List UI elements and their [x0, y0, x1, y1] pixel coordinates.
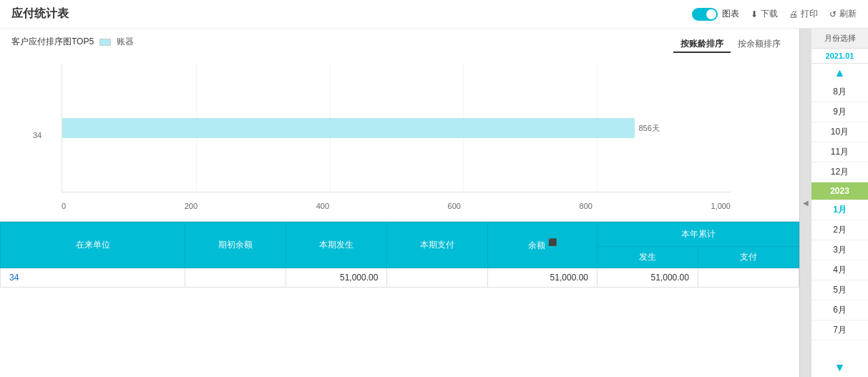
th-unit: 在来单位 [1, 222, 185, 268]
year-label-2023[interactable]: 2023 [811, 182, 868, 200]
month-item-4[interactable]: 4月 [811, 260, 868, 280]
month-item-9[interactable]: 9月 [811, 102, 868, 122]
month-item-2[interactable]: 2月 [811, 220, 868, 240]
month-item-3[interactable]: 3月 [811, 240, 868, 260]
month-sidebar: 月份选择 2021.01 ▲ 8月 9月 10月 11月 12月 2023 1月… [811, 29, 868, 377]
chart-sort-buttons: 按账龄排序 按余额排序 [673, 36, 788, 53]
sidebar-down-btn[interactable]: ▼ [811, 358, 868, 377]
month-item-7[interactable]: 7月 [811, 320, 868, 341]
sort-by-amount-btn[interactable]: 按余额排序 [731, 36, 788, 53]
th-ytd-occur: 发生 [598, 247, 698, 268]
print-label: 打印 [801, 8, 818, 20]
page-title: 应付统计表 [11, 6, 69, 21]
collapse-icon: ◀ [801, 199, 809, 207]
cell-ytd-pay [698, 268, 799, 288]
bar-fill [62, 118, 635, 138]
refresh-button[interactable]: ↺ 刷新 [829, 8, 857, 20]
legend-box [99, 39, 111, 46]
chart-header: 客户应付排序图TOP5 账器 按账龄排序 按余额排序 [11, 36, 788, 54]
unit-link[interactable]: 34 [9, 273, 19, 283]
month-item-11[interactable]: 11月 [811, 142, 868, 162]
header-actions: 图表 ⬇ 下载 🖨 打印 ↺ 刷新 [692, 8, 857, 21]
table-header-row-1: 在来单位 期初余额 本期发生 本期支付 余额 ⬛ 本年累计 [1, 222, 799, 247]
chart-toggle-container: 图表 [692, 8, 739, 21]
data-table: 在来单位 期初余额 本期发生 本期支付 余额 ⬛ 本年累计 发生 [0, 221, 799, 377]
refresh-label: 刷新 [839, 8, 857, 20]
y-label: 34 [33, 131, 42, 139]
sidebar-current-value: 2021.01 [811, 49, 868, 64]
down-arrow-icon: ▼ [834, 361, 846, 374]
chart-section: 客户应付排序图TOP5 账器 按账龄排序 按余额排序 34 [0, 29, 799, 221]
th-opening: 期初余额 [185, 222, 286, 268]
print-icon: 🖨 [789, 9, 798, 19]
month-item-8[interactable]: 8月 [811, 82, 868, 102]
chart-legend-title: 客户应付排序图TOP5 [11, 36, 94, 48]
sort-by-balance-btn[interactable]: 按账龄排序 [673, 36, 731, 53]
month-item-10[interactable]: 10月 [811, 122, 868, 142]
th-current-occur: 本期发生 [286, 222, 387, 268]
balance-indicator: ⬛ [548, 238, 557, 246]
chart-toggle-label: 图表 [722, 8, 739, 20]
app-header: 应付统计表 图表 ⬇ 下载 🖨 打印 ↺ 刷新 [0, 0, 868, 29]
x-label-200: 200 [185, 202, 198, 210]
cell-unit: 34 [1, 268, 185, 288]
sidebar-collapse-btn[interactable]: ◀ [799, 29, 811, 377]
chart-table-area: 客户应付排序图TOP5 账器 按账龄排序 按余额排序 34 [0, 29, 799, 377]
sidebar-up-btn[interactable]: ▲ [811, 64, 868, 82]
month-item-6[interactable]: 6月 [811, 300, 868, 320]
th-ytd-pay: 支付 [698, 247, 799, 268]
download-icon: ⬇ [751, 9, 758, 19]
th-ytd: 本年累计 [598, 222, 799, 247]
main-content: 客户应付排序图TOP5 账器 按账龄排序 按余额排序 34 [0, 29, 868, 377]
cell-opening [185, 268, 286, 288]
x-label-1000: 1,000 [711, 202, 731, 210]
table-row: 34 51,000.00 51,000.00 51,000.00 [1, 268, 799, 288]
month-item-12[interactable]: 12月 [811, 162, 868, 182]
month-item-1[interactable]: 1月 [811, 200, 868, 220]
bar-value-label: 856天 [635, 122, 660, 133]
download-button[interactable]: ⬇ 下载 [751, 8, 778, 20]
sidebar-months-list: 8月 9月 10月 11月 12月 2023 1月 2月 3月 4月 5月 6月… [811, 82, 868, 358]
chart-plot-area: 856天 [62, 64, 731, 192]
x-label-400: 400 [316, 202, 329, 210]
chart-legend: 客户应付排序图TOP5 账器 [11, 36, 134, 48]
print-button[interactable]: 🖨 打印 [789, 8, 818, 20]
th-balance: 余额 ⬛ [488, 222, 598, 268]
sidebar-header: 月份选择 [811, 29, 868, 49]
cell-current-pay [387, 268, 488, 288]
download-label: 下载 [761, 8, 778, 20]
statistics-table: 在来单位 期初余额 本期发生 本期支付 余额 ⬛ 本年累计 发生 [0, 222, 799, 288]
cell-current-occur: 51,000.00 [286, 268, 387, 288]
x-label-600: 600 [448, 202, 461, 210]
refresh-icon: ↺ [829, 9, 837, 19]
bar-chart: 34 856天 [26, 57, 774, 214]
table-body: 34 51,000.00 51,000.00 51,000.00 [1, 268, 799, 288]
x-label-0: 0 [62, 202, 66, 210]
cell-ytd-occur: 51,000.00 [598, 268, 698, 288]
x-axis-labels: 0 200 400 600 800 1,000 [62, 202, 731, 210]
legend-label: 账器 [117, 36, 134, 48]
up-arrow-icon: ▲ [834, 67, 846, 79]
chart-toggle[interactable] [692, 8, 718, 21]
x-label-800: 800 [580, 202, 593, 210]
cell-balance: 51,000.00 [488, 268, 598, 288]
month-item-5[interactable]: 5月 [811, 280, 868, 300]
th-current-pay: 本期支付 [387, 222, 488, 268]
